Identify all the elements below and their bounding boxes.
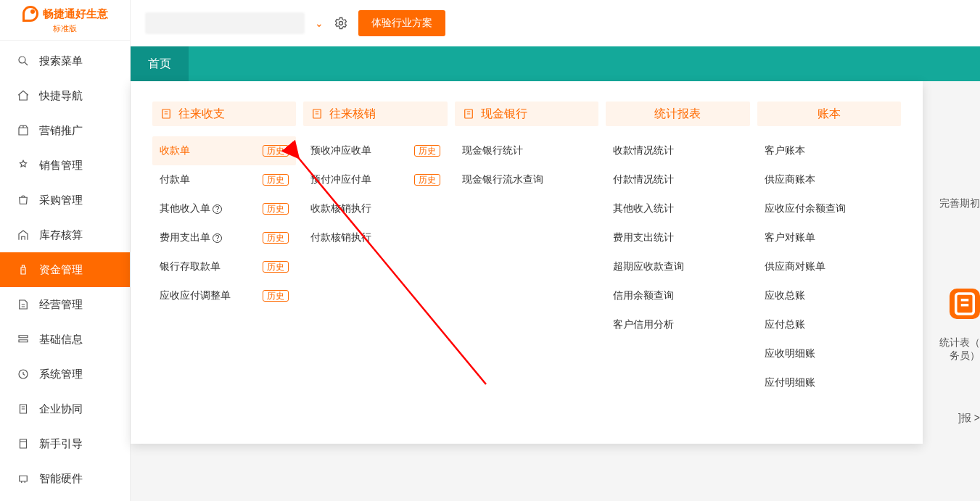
sidebar-item-3[interactable]: 销售管理 [0,148,130,183]
panel-item[interactable]: 付款核销执行 [303,223,447,252]
panel-item-label: 现金银行流水查询 [462,173,543,186]
panel-item[interactable]: 其他收入单?历史 [152,194,296,223]
panel-item[interactable]: 应付总账 [757,310,901,339]
history-badge[interactable]: 历史 [263,203,289,215]
brand-logo-icon [22,6,38,22]
history-badge[interactable]: 历史 [414,174,440,186]
sidebar-item-icon [16,228,30,242]
panel-item[interactable]: 费用支出单?历史 [152,223,296,252]
panel-item[interactable]: 付款情况统计 [606,165,749,194]
panel-item-label: 应收明细账 [765,347,815,360]
panel-column-title: 往来收支 [178,107,225,122]
help-icon[interactable]: ? [213,233,222,243]
topbar: ⌄ 体验行业方案 [131,0,980,46]
panel-column-2: 现金银行现金银行统计现金银行流水查询 [455,102,598,423]
panel-item-label: 其他收入单 [160,202,210,215]
panel-item[interactable]: 应付明细账 [757,368,901,397]
panel-item[interactable]: 银行存取款单历史 [152,252,296,281]
sidebar-item-label: 经营管理 [39,298,83,312]
panel-item[interactable]: 现金银行流水查询 [455,165,598,194]
panel-item-label: 银行存取款单 [160,260,221,273]
panel-item[interactable]: 客户信用分析 [606,310,749,339]
sidebar-item-label: 企业协同 [39,402,83,416]
panel-item[interactable]: 收款单历史 [152,136,296,165]
history-badge[interactable]: 历史 [414,145,440,157]
sidebar-item-label: 基础信息 [39,333,83,347]
sidebar-item-1[interactable]: 快捷导航 [0,78,130,113]
sidebar-item-7[interactable]: 经营管理 [0,287,130,322]
settings-icon[interactable] [334,16,348,30]
history-badge[interactable]: 历史 [263,290,289,302]
sidebar-item-icon [16,332,30,347]
history-badge[interactable]: 历史 [263,145,289,157]
brand-edition: 标准版 [53,23,77,34]
panel-item-label: 现金银行统计 [462,144,523,157]
tab-home[interactable]: 首页 [131,46,189,81]
panel-item-label: 超期应收款查询 [613,260,684,273]
panel-item[interactable]: 预付冲应付单历史 [303,165,447,194]
panel-item[interactable]: 收款情况统计 [606,136,749,165]
sidebar-item-5[interactable]: 库存核算 [0,218,130,252]
industry-plan-button[interactable]: 体验行业方案 [358,10,445,36]
sidebar-item-0[interactable]: 搜索菜单 [0,44,130,78]
help-icon[interactable]: ? [213,204,222,214]
sidebar-item-icon [16,367,30,381]
panel-item-label: 供应商账本 [765,173,815,186]
sidebar-item-label: 系统管理 [39,368,83,381]
sidebar-item-label: 智能硬件 [39,472,83,486]
sidebar-item-10[interactable]: 企业协同 [0,392,130,426]
history-badge[interactable]: 历史 [263,232,289,244]
brand-name: 畅捷通好生意 [43,7,108,21]
sidebar-item-icon [16,471,30,486]
panel-column-header: 往来核销 [303,102,447,126]
sidebar-item-icon [16,88,30,103]
panel-item-label: 预收冲应收单 [310,144,371,157]
sidebar-item-9[interactable]: 系统管理 [0,357,130,392]
sidebar-item-11[interactable]: 新手引导 [0,426,130,461]
chevron-down-icon[interactable]: ⌄ [315,17,324,29]
panel-column-header: 往来收支 [152,102,296,126]
history-badge[interactable]: 历史 [263,174,289,186]
sidebar-item-label: 采购管理 [39,194,83,207]
panel-item[interactable]: 超期应收款查询 [606,252,749,281]
sidebar: 畅捷通好生意 标准版 搜索菜单快捷导航营销推广销售管理采购管理库存核算资金管理经… [0,0,131,501]
svg-point-0 [339,22,343,25]
panel-item[interactable]: 费用支出统计 [606,223,749,252]
sidebar-item-icon [16,402,30,416]
company-selector-blurred[interactable] [145,12,305,34]
panel-item[interactable]: 应收应付调整单历史 [152,281,296,310]
sidebar-item-label: 销售管理 [39,159,83,173]
report-chip-icon[interactable] [950,289,980,319]
panel-item[interactable]: 客户对账单 [757,223,901,252]
panel-item[interactable]: 付款单历史 [152,165,296,194]
panel-item[interactable]: 其他收入统计 [606,194,749,223]
panel-item[interactable]: 信用余额查询 [606,281,749,310]
panel-item[interactable]: 供应商对账单 [757,252,901,281]
panel-item-label: 付款单 [160,173,190,186]
sidebar-item-label: 库存核算 [39,228,83,242]
panel-item[interactable]: 预收冲应收单历史 [303,136,447,165]
sidebar-item-8[interactable]: 基础信息 [0,322,130,357]
funds-mega-menu: 往来收支收款单历史付款单历史其他收入单?历史费用支出单?历史银行存取款单历史应收… [131,81,923,444]
panel-item[interactable]: 供应商账本 [757,165,901,194]
sidebar-item-icon [16,123,30,138]
stub-text: 务员） [950,349,980,363]
panel-column-header: 账本 [757,102,901,126]
panel-item-label: 收款核销执行 [310,202,371,215]
sidebar-item-4[interactable]: 采购管理 [0,183,130,218]
history-badge[interactable]: 历史 [263,261,289,273]
sidebar-item-label: 营销推广 [39,124,83,138]
panel-item[interactable]: 应收明细账 [757,339,901,368]
panel-item[interactable]: 现金银行统计 [455,136,598,165]
sidebar-item-6[interactable]: 资金管理 [0,252,130,287]
panel-item[interactable]: 应收应付余额查询 [757,194,901,223]
sidebar-item-12[interactable]: 智能硬件 [0,461,130,496]
panel-item[interactable]: 客户账本 [757,136,901,165]
stub-text: ]报 > [958,412,980,425]
sidebar-item-2[interactable]: 营销推广 [0,113,130,148]
panel-item[interactable]: 收款核销执行 [303,194,447,223]
panel-item-label: 供应商对账单 [765,260,825,273]
panel-item[interactable]: 应收总账 [757,281,901,310]
panel-item-label: 信用余额查询 [613,289,674,302]
sidebar-item-label: 资金管理 [39,263,83,277]
